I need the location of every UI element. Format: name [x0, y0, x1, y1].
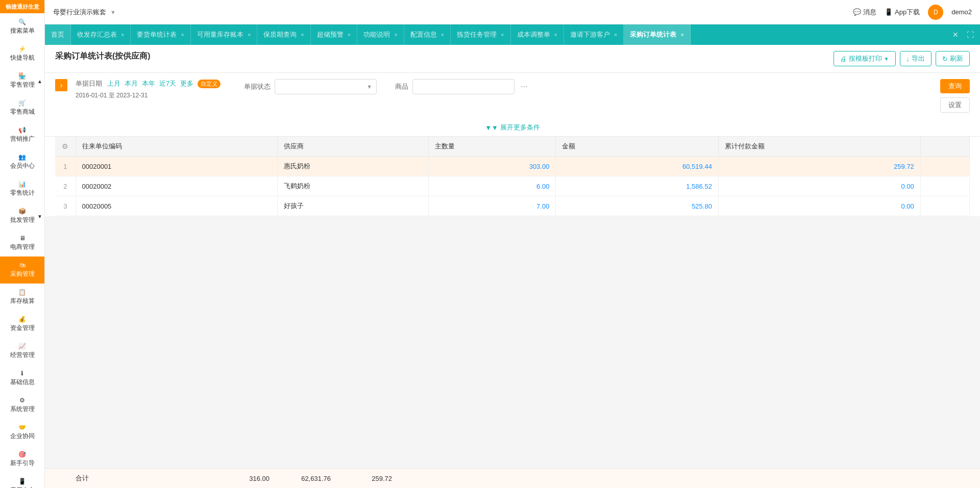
export-button[interactable]: ↓ 导出 — [900, 51, 932, 66]
th-settings[interactable]: ⚙ — [55, 137, 76, 157]
tab-close-all-icon[interactable]: ✕ — [950, 29, 961, 41]
app-logo: 畅捷通好生意 — [0, 0, 44, 13]
row-paid[interactable]: 259.72 — [718, 157, 920, 176]
filter-toggle-button[interactable]: › — [55, 79, 67, 91]
date-shortcut-this-month[interactable]: 本月 — [125, 79, 138, 88]
status-select[interactable]: ▼ — [275, 79, 377, 94]
tab-available-stock[interactable]: 可用量库存账本 × — [191, 24, 257, 45]
sidebar-item-label: 系统管理 — [10, 405, 35, 414]
tab-close-icon[interactable]: × — [614, 32, 617, 38]
download-icon: 📱 — [885, 8, 893, 16]
tab-close-icon[interactable]: × — [348, 32, 351, 38]
tab-close-icon[interactable]: × — [301, 32, 304, 38]
sidebar-item-marketing[interactable]: 📢 营销推广 — [0, 121, 44, 148]
row-extra — [920, 196, 969, 216]
expand-down-icon: ▼▼ — [485, 124, 498, 132]
tab-close-icon[interactable]: × — [394, 32, 397, 38]
sidebar-item-app-center[interactable]: 📱 应用中心 — [0, 473, 44, 488]
row-amount[interactable]: 1,586.52 — [556, 176, 718, 196]
tab-home[interactable]: 首页 — [45, 24, 71, 45]
sidebar-item-purchase[interactable]: 🛍 采购管理 — [0, 256, 44, 284]
tab-invite-downstream[interactable]: 邀请下游客户 × — [564, 24, 624, 45]
print-button[interactable]: 🖨 按模板打印 ▼ — [834, 51, 896, 66]
tab-label: 保质期查询 — [263, 30, 297, 39]
tab-over-stock[interactable]: 超储预警 × — [311, 24, 357, 45]
tab-purchase-stats[interactable]: 要货单统计表 × — [131, 24, 190, 45]
sidebar-item-members[interactable]: 👥 会员中心 — [0, 148, 44, 175]
tab-function-desc[interactable]: 功能说明 × — [357, 24, 404, 45]
basic-info-icon: ℹ — [21, 370, 23, 377]
goods-input[interactable] — [412, 79, 514, 94]
page-title: 采购订单统计表(按供应商) — [55, 51, 151, 62]
print-dropdown-icon: ▼ — [884, 56, 889, 62]
tab-close-icon[interactable]: × — [441, 32, 444, 38]
expand-more-button[interactable]: ▼▼ 展开更多条件 — [485, 123, 540, 132]
sidebar-item-wholesale[interactable]: 📦 批发管理 ▼ — [0, 202, 44, 229]
top-bar: 母婴行业演示账套 ▼ 💬 消息 📱 App下载 D demo2 — [45, 0, 980, 24]
avatar[interactable]: D — [928, 5, 943, 20]
sidebar-item-basic-info[interactable]: ℹ 基础信息 — [0, 365, 44, 392]
row-paid[interactable]: 0.00 — [718, 176, 920, 196]
row-qty[interactable]: 6.00 — [429, 176, 556, 196]
sidebar-item-label: 零售统计 — [10, 189, 35, 197]
sidebar-item-ecommerce[interactable]: 🖥 电商管理 — [0, 229, 44, 256]
enterprise-icon: 🤝 — [18, 424, 26, 431]
sidebar-item-retail-shop[interactable]: 🛒 零售商城 — [0, 94, 44, 121]
sidebar-item-label: 应用中心 — [10, 486, 35, 488]
quick-nav-icon: ⚡ — [18, 45, 26, 53]
sidebar-item-search[interactable]: 🔍 搜索菜单 — [0, 13, 44, 40]
date-shortcut-7days[interactable]: 近7天 — [159, 79, 176, 88]
row-amount[interactable]: 525.80 — [556, 196, 718, 216]
date-shortcut-this-year[interactable]: 本年 — [142, 79, 155, 88]
filter-right: 查询 设置 — [940, 79, 970, 113]
status-dropdown-icon: ▼ — [366, 84, 372, 90]
date-label: 单据日期 — [76, 79, 102, 88]
tab-close-icon[interactable]: × — [248, 32, 251, 38]
sidebar-item-new-guide[interactable]: 🎯 新手引导 — [0, 446, 44, 473]
tab-maximize-icon[interactable]: ⛶ — [965, 29, 976, 41]
message-btn[interactable]: 💬 消息 — [853, 8, 876, 17]
row-paid[interactable]: 0.00 — [718, 196, 920, 216]
tab-close-icon[interactable]: × — [680, 32, 683, 38]
row-qty[interactable]: 303.00 — [429, 157, 556, 176]
tab-pick-task[interactable]: 拣货任务管理 × — [451, 24, 510, 45]
settings-button[interactable]: 设置 — [940, 97, 970, 113]
retail-icon: 🏪 — [18, 72, 26, 80]
tab-close-icon[interactable]: × — [181, 32, 184, 38]
tab-shelf-life[interactable]: 保质期查询 × — [257, 24, 310, 45]
th-supplier: 供应商 — [278, 137, 429, 157]
tab-label: 配置信息 — [410, 30, 437, 39]
tab-receive-summary[interactable]: 收发存汇总表 × — [71, 24, 131, 45]
sidebar-item-finance[interactable]: 💰 资金管理 — [0, 311, 44, 338]
app-download-btn[interactable]: 📱 App下载 — [885, 8, 920, 17]
more-options-icon[interactable]: ··· — [521, 82, 527, 91]
query-button[interactable]: 查询 — [940, 79, 970, 93]
tab-close-icon[interactable]: × — [121, 32, 124, 38]
sidebar-item-retail[interactable]: 🏪 零售管理 ▲ — [0, 67, 44, 94]
sidebar-item-inventory[interactable]: 📋 库存核算 — [0, 284, 44, 311]
column-settings-icon[interactable]: ⚙ — [62, 142, 68, 150]
data-table: ⚙ 往来单位编码 供应商 主数量 金额 累计付款金额 1 00020001 — [55, 137, 970, 216]
tab-close-icon[interactable]: × — [501, 32, 504, 38]
sidebar-item-enterprise[interactable]: 🤝 企业协同 — [0, 419, 44, 446]
row-qty[interactable]: 7.00 — [429, 196, 556, 216]
date-custom-badge[interactable]: 自定义 — [198, 80, 220, 88]
expand-arrow-icon: ▲ — [37, 78, 42, 84]
sidebar-item-label: 采购管理 — [10, 270, 35, 278]
sidebar-item-quick-nav[interactable]: ⚡ 快捷导航 — [0, 40, 44, 67]
date-shortcut-more[interactable]: 更多 — [180, 79, 193, 88]
store-selector[interactable]: 母婴行业演示账套 ▼ — [53, 8, 116, 17]
tab-purchase-order-stats[interactable]: 采购订单统计表 × — [624, 24, 690, 45]
th-code: 往来单位编码 — [76, 137, 278, 157]
tab-config-info[interactable]: 配置信息 × — [404, 24, 451, 45]
inventory-icon: 📋 — [18, 289, 26, 296]
sidebar-item-operations[interactable]: 📈 经营管理 — [0, 338, 44, 365]
row-amount[interactable]: 60,519.44 — [556, 157, 718, 176]
refresh-icon: ↻ — [942, 55, 948, 63]
tab-close-icon[interactable]: × — [554, 32, 557, 38]
refresh-button[interactable]: ↻ 刷新 — [936, 51, 970, 66]
date-shortcut-last-month[interactable]: 上月 — [107, 79, 120, 88]
tab-cost-adjust[interactable]: 成本调整单 × — [511, 24, 564, 45]
sidebar-item-retail-stats[interactable]: 📊 零售统计 — [0, 175, 44, 202]
sidebar-item-system[interactable]: ⚙ 系统管理 — [0, 392, 44, 419]
